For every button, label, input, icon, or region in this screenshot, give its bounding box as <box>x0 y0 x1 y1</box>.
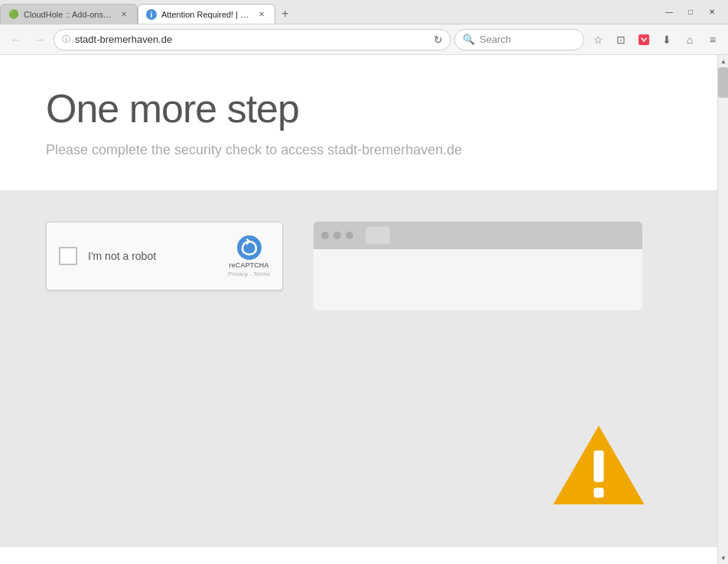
cloudhole-tab-icon: 🟢 <box>8 9 19 20</box>
mini-dot-1 <box>321 232 329 239</box>
attention-tab-close[interactable]: ✕ <box>256 9 267 20</box>
svg-point-3 <box>237 235 262 260</box>
page-header: One more step Please complete the securi… <box>0 55 717 191</box>
reload-button[interactable]: ↻ <box>434 34 443 46</box>
mini-browser <box>314 222 642 310</box>
nav-bar: ← → ⓘ stadt-bremerhaven.de ↻ 🔍 Search ☆ … <box>0 24 728 55</box>
page-subtitle: Please complete the security check to ac… <box>46 141 581 160</box>
mini-browser-bar <box>314 222 642 249</box>
minimize-button[interactable]: — <box>659 5 679 20</box>
recaptcha-checkbox[interactable] <box>59 247 77 265</box>
address-text: stadt-bremerhaven.de <box>75 34 429 45</box>
mini-browser-tab <box>366 227 390 244</box>
warning-triangle <box>549 421 648 509</box>
tabs-container: 🟢 CloudHole :: Add-ons for ... ✕ i Atten… <box>0 0 295 24</box>
recaptcha-brand: reCAPTCHA <box>229 261 269 269</box>
attention-tab-icon: i <box>146 9 157 20</box>
close-button[interactable]: ✕ <box>702 5 722 20</box>
download-button[interactable]: ⬇ <box>656 29 678 50</box>
svg-rect-5 <box>594 451 604 482</box>
recaptcha-links: Privacy - Terms <box>228 271 270 277</box>
page-body: I'm not a robot reCAPTCHA <box>0 191 717 547</box>
window-controls: — □ ✕ <box>659 5 728 20</box>
mini-dot-3 <box>346 232 353 239</box>
scrollbar: ▲ ▼ <box>717 55 728 564</box>
nav-icons: ☆ ⊡ ⬇ ⌂ ≡ <box>587 29 723 50</box>
address-bar[interactable]: ⓘ stadt-bremerhaven.de ↻ <box>54 29 451 50</box>
recaptcha-inner: I'm not a robot reCAPTCHA <box>59 235 270 277</box>
tab-attention[interactable]: i Attention Required! | Clou... ✕ <box>138 4 275 24</box>
menu-button[interactable]: ≡ <box>702 29 723 50</box>
recaptcha-left: I'm not a robot <box>59 247 156 265</box>
search-placeholder: Search <box>479 34 511 45</box>
mini-dot-2 <box>333 232 341 239</box>
cloudhole-tab-label: CloudHole :: Add-ons for ... <box>24 10 114 19</box>
recaptcha-label: I'm not a robot <box>88 250 156 262</box>
page-title: One more step <box>46 86 671 131</box>
browser-content-wrapper: One more step Please complete the securi… <box>0 55 728 564</box>
recaptcha-container: I'm not a robot reCAPTCHA <box>46 222 283 290</box>
reader-view-button[interactable]: ⊡ <box>610 29 632 50</box>
page-content: One more step Please complete the securi… <box>0 55 717 564</box>
search-icon: 🔍 <box>463 34 475 45</box>
warning-triangle-svg <box>549 421 648 509</box>
right-panel <box>314 222 671 517</box>
scroll-up-arrow[interactable]: ▲ <box>718 55 728 67</box>
mini-address-bar <box>399 229 630 241</box>
forward-button[interactable]: → <box>29 29 50 50</box>
svg-rect-6 <box>594 488 604 498</box>
recaptcha-logo-area: reCAPTCHA Privacy - Terms <box>228 235 270 277</box>
title-bar: 🟢 CloudHole :: Add-ons for ... ✕ i Atten… <box>0 0 728 24</box>
svg-text:i: i <box>151 11 153 19</box>
recaptcha-icon <box>237 235 262 260</box>
attention-tab-label: Attention Required! | Clou... <box>161 10 252 19</box>
scroll-track[interactable] <box>718 67 728 552</box>
scroll-down-arrow[interactable]: ▼ <box>718 552 728 564</box>
pocket-button[interactable] <box>633 29 655 50</box>
home-button[interactable]: ⌂ <box>679 29 700 50</box>
browser-content: One more step Please complete the securi… <box>0 55 717 564</box>
maximize-button[interactable]: □ <box>681 5 700 20</box>
lock-icon: ⓘ <box>62 34 70 45</box>
bookmark-star-button[interactable]: ☆ <box>587 29 609 50</box>
new-tab-button[interactable]: + <box>275 4 295 24</box>
cloudhole-tab-close[interactable]: ✕ <box>119 9 129 20</box>
back-button[interactable]: ← <box>5 29 26 50</box>
scroll-thumb[interactable] <box>718 67 728 98</box>
search-bar[interactable]: 🔍 Search <box>454 29 584 50</box>
mini-browser-content <box>314 249 642 310</box>
tab-cloudhole[interactable]: 🟢 CloudHole :: Add-ons for ... ✕ <box>0 4 138 24</box>
svg-rect-2 <box>639 34 649 45</box>
